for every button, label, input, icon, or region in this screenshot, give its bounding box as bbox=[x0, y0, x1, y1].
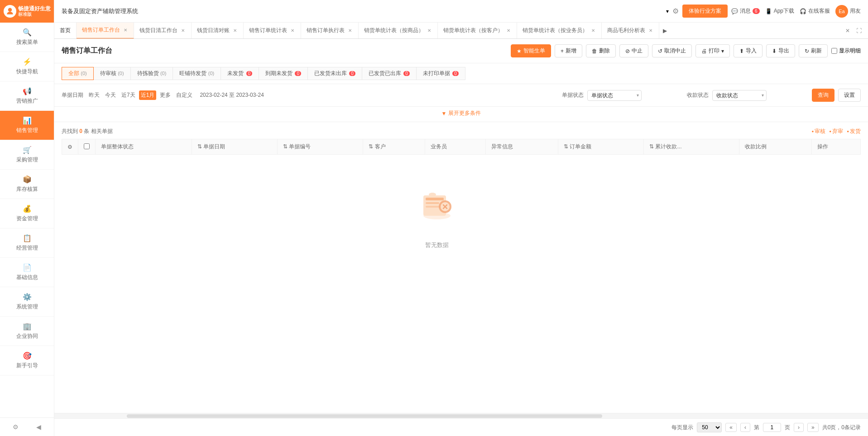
tabbar-more-btn[interactable]: ▶ bbox=[659, 28, 671, 34]
prev-page-btn[interactable]: ‹ bbox=[740, 423, 750, 432]
filter-tab-shipped-out[interactable]: 已发货已出库 0 bbox=[362, 67, 417, 80]
tab-close-margin[interactable]: ✕ bbox=[648, 27, 653, 34]
tab-sales-order-exec[interactable]: 销售订单执行表 ✕ bbox=[301, 23, 359, 39]
date-custom[interactable]: 自定义 bbox=[174, 90, 194, 100]
delete-btn[interactable]: 🗑 删除 bbox=[586, 44, 616, 57]
sidebar-item-operations[interactable]: 📋 经营管理 bbox=[0, 228, 54, 258]
cancel-suspend-btn[interactable]: ↺ 取消中止 bbox=[652, 44, 692, 57]
status-select[interactable]: 单据状态 bbox=[587, 90, 642, 101]
sidebar-item-guide[interactable]: 🎯 新手引导 bbox=[0, 346, 54, 375]
page-input[interactable] bbox=[763, 423, 781, 432]
query-btn[interactable]: 查询 bbox=[812, 89, 834, 102]
tab-close-exec[interactable]: ✕ bbox=[347, 27, 353, 34]
sidebar-item-quick-nav[interactable]: ⚡ 快捷导航 bbox=[0, 52, 54, 81]
table-header-info: 共找到 0 条 相关单据 审核 弃审 发货 bbox=[62, 128, 861, 135]
col-state[interactable]: 单据整体状态 bbox=[96, 139, 192, 155]
date-yesterday[interactable]: 昨天 bbox=[87, 90, 101, 100]
date-1month[interactable]: 近1月 bbox=[139, 90, 157, 100]
tab-home[interactable]: 首页 bbox=[54, 23, 77, 39]
sidebar-item-marketing[interactable]: 📢 营销推广 bbox=[0, 81, 54, 111]
tab-close-by-staff[interactable]: ✕ bbox=[590, 27, 596, 34]
filter-tab-pending-inspect[interactable]: 待拣验货 (0) bbox=[130, 67, 173, 80]
col-salesman[interactable]: 业务员 bbox=[425, 139, 486, 155]
col-number[interactable]: ⇅ 单据编号 bbox=[278, 139, 363, 155]
date-more[interactable]: 更多 bbox=[158, 90, 173, 100]
svg-rect-3 bbox=[426, 198, 444, 200]
review-action-btn[interactable]: 审核 bbox=[811, 128, 825, 135]
user-menu[interactable]: Ea 用友 bbox=[835, 5, 861, 18]
col-abnormal[interactable]: 异常信息 bbox=[485, 139, 558, 155]
sidebar-item-finance[interactable]: 💰 资金管理 bbox=[0, 199, 54, 228]
tab-close-by-customer[interactable]: ✕ bbox=[506, 27, 511, 34]
add-btn[interactable]: + 新增 bbox=[555, 44, 582, 57]
col-date[interactable]: ⇅ 单据日期 bbox=[192, 139, 277, 155]
filter-tab-not-shipped[interactable]: 未发货 0 bbox=[221, 67, 259, 80]
show-detail-checkbox[interactable] bbox=[831, 48, 837, 54]
ship-action-btn[interactable]: 发货 bbox=[847, 128, 861, 135]
industry-solution-btn[interactable]: 体验行业方案 bbox=[682, 5, 728, 18]
tab-close-by-product[interactable]: ✕ bbox=[427, 27, 432, 34]
date-today[interactable]: 今天 bbox=[103, 90, 118, 100]
sidebar-item-purchase[interactable]: 🛒 采购管理 bbox=[0, 140, 54, 170]
filter-tab-expired-not-shipped[interactable]: 到期未发货 0 bbox=[259, 67, 308, 80]
date-7days[interactable]: 近7天 bbox=[120, 90, 137, 100]
tab-close-stats[interactable]: ✕ bbox=[290, 27, 295, 34]
col-settings[interactable]: ⚙ bbox=[62, 139, 78, 155]
online-service-btn[interactable]: 🎧 在线客服 bbox=[800, 7, 830, 15]
tab-sales-order-stats[interactable]: 销售订单统计表 ✕ bbox=[244, 23, 301, 39]
filter-tab-wangpu[interactable]: 旺铺待发货 (0) bbox=[173, 67, 221, 80]
sidebar-item-search[interactable]: 🔍 搜索菜单 bbox=[0, 23, 54, 52]
filter-tab-not-printed[interactable]: 未打印单据 0 bbox=[416, 67, 465, 80]
sidebar-item-sales[interactable]: 📊 销售管理 bbox=[0, 111, 54, 140]
message-btn[interactable]: 💬 消息 6 bbox=[731, 7, 760, 15]
svg-point-0 bbox=[8, 8, 11, 12]
topbar-gear-btn[interactable]: ⚙ bbox=[672, 7, 679, 15]
col-customer[interactable]: ⇅ 客户 bbox=[363, 139, 425, 155]
tab-close-cash-goods[interactable]: ✕ bbox=[232, 27, 238, 34]
system-title-dropdown[interactable]: ▾ bbox=[666, 8, 669, 14]
sidebar-item-enterprise[interactable]: 🏢 企业协同 bbox=[0, 317, 54, 346]
tab-stats-by-staff[interactable]: 销货单统计表（按业务员） ✕ bbox=[517, 23, 602, 39]
tabbar-close-all-btn[interactable]: ✕ bbox=[843, 26, 853, 36]
import-btn[interactable]: ⬆ 导入 bbox=[734, 44, 762, 57]
col-amount[interactable]: ⇅ 订单金额 bbox=[558, 139, 643, 155]
sidebar-item-inventory[interactable]: 📦 库存核算 bbox=[0, 170, 54, 199]
per-page-select[interactable]: 50 10 20 100 bbox=[697, 422, 722, 432]
headset-icon: 🎧 bbox=[800, 8, 806, 14]
col-checkbox[interactable] bbox=[78, 139, 96, 155]
scroll-thumb[interactable] bbox=[127, 414, 602, 418]
cancel-review-action-btn[interactable]: 弃审 bbox=[829, 128, 843, 135]
refresh-btn[interactable]: ↻ 刷新 bbox=[799, 44, 828, 57]
smart-create-btn[interactable]: ★ 智能生单 bbox=[511, 44, 551, 57]
tab-cash-daily[interactable]: 钱货日清工作台 ✕ bbox=[134, 23, 192, 39]
tabbar-fullscreen-btn[interactable]: ⛶ bbox=[854, 26, 864, 36]
print-btn[interactable]: 🖨 打印 ▾ bbox=[695, 44, 730, 57]
filter-tab-shipped-not-in[interactable]: 已发货未出库 0 bbox=[307, 67, 362, 80]
payment-select[interactable]: 收款状态 bbox=[712, 90, 767, 101]
select-all-checkbox[interactable] bbox=[84, 143, 90, 149]
sidebar-collapse-btn[interactable]: ◀ bbox=[34, 422, 43, 432]
next-page-btn[interactable]: › bbox=[794, 423, 804, 432]
last-page-btn[interactable]: » bbox=[807, 423, 819, 432]
horizontal-scrollbar[interactable] bbox=[54, 413, 868, 418]
export-btn[interactable]: ⬇ 导出 bbox=[766, 44, 795, 57]
tab-close-cash-daily[interactable]: ✕ bbox=[180, 27, 186, 34]
tab-sales-order-workspace[interactable]: 销售订单工作台 ✕ bbox=[77, 23, 134, 39]
filter-tab-pending-review[interactable]: 待审核 (0) bbox=[93, 67, 131, 80]
col-collected[interactable]: ⇅ 累计收款... bbox=[644, 139, 739, 155]
tab-cash-goods-reconcile[interactable]: 钱货日清对账 ✕ bbox=[192, 23, 244, 39]
tab-stats-by-customer[interactable]: 销货单统计表（按客户） ✕ bbox=[438, 23, 517, 39]
sidebar-item-basic-info[interactable]: 📄 基础信息 bbox=[0, 258, 54, 287]
tab-stats-by-product[interactable]: 销货单统计表（按商品） ✕ bbox=[359, 23, 438, 39]
suspend-btn[interactable]: ⊘ 中止 bbox=[619, 44, 648, 57]
tab-product-margin[interactable]: 商品毛利分析表 ✕ bbox=[602, 23, 659, 39]
tab-close-sales-order[interactable]: ✕ bbox=[123, 27, 128, 33]
filter-settings-btn[interactable]: 设置 bbox=[838, 89, 861, 102]
sidebar-settings-btn[interactable]: ⚙ bbox=[11, 422, 20, 432]
sidebar-item-system[interactable]: ⚙️ 系统管理 bbox=[0, 287, 54, 317]
show-detail-checkbox-label[interactable]: 显示明细 bbox=[831, 47, 861, 55]
expand-conditions-btn[interactable]: ▼ 展开更多条件 bbox=[441, 109, 481, 117]
filter-tab-all[interactable]: 全部 (0) bbox=[62, 67, 94, 80]
app-download-btn[interactable]: 📱 App下载 bbox=[765, 7, 794, 15]
first-page-btn[interactable]: « bbox=[725, 423, 737, 432]
